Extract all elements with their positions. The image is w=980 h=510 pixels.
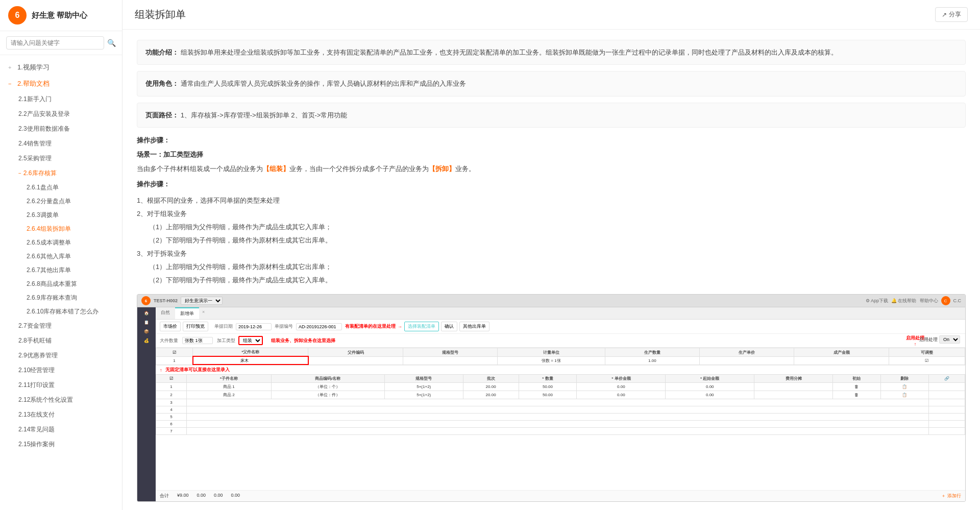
sidebar-item-cost-adjust[interactable]: 2.6.5成本调整单 — [0, 236, 122, 250]
scene1-title: 场景一：加工类型选择 — [137, 150, 966, 159]
sidebar-item-coupon[interactable]: 2.9优惠券管理 — [0, 348, 122, 363]
path-block: 页面路径： 1、库存核算->库存管理->组装拆卸单 2、首页->常用功能 — [137, 103, 966, 128]
role-text: 通常由生产人员或库管人员完成拆装业务的操作，库管人员确认原材料的出库和产成品的入… — [181, 80, 466, 87]
mock-btn-confirm[interactable]: 确认 — [441, 322, 457, 331]
sidebar-item-sales[interactable]: 2.4销售管理 — [0, 136, 122, 151]
mock-child-table: ☑ *子件名称 商品编码/名称 规格型号 批次 * 数量 * 单价金额 * 起始… — [156, 374, 965, 435]
disassemble-keyword: 【拆卸】 — [429, 165, 455, 173]
mock-bottom-totals: 合计 ¥9.00 0.00 0.00 0.00 ＋ 添加行 — [156, 490, 965, 501]
path-text: 1、库存核算->库存管理->组装拆卸单 2、首页->常用功能 — [181, 111, 348, 119]
sidebar-item-ledger-fix[interactable]: 2.6.10库存账本错了怎么办 — [0, 305, 122, 319]
mock-type-label: 加工类型 — [217, 338, 235, 343]
th-parent-code: 父件编码 — [308, 348, 403, 357]
mock-user-avatar: C — [941, 296, 950, 305]
sidebar-item-other-out[interactable]: 2.6.7其他出库单 — [0, 263, 122, 277]
mock-date-input[interactable] — [236, 323, 272, 330]
steps-list: 1、根据不同的业务，选择不同单据的类型来处理 2、对于组装业务 （1）上部明细为… — [137, 194, 966, 287]
mock-nav-icon3: 📦 — [144, 328, 149, 335]
step3: 3、对于拆装业务 — [137, 247, 966, 260]
th-spec: 规格型号 — [403, 348, 497, 357]
total-v3: 0.00 — [231, 493, 240, 499]
sidebar: 6 好生意 帮助中心 🔍 + 1.视频学习 − 2.帮助文档 2.1新手入门 2… — [0, 0, 122, 510]
sidebar-item-mobile[interactable]: 2.8手机旺铺 — [0, 333, 122, 348]
sidebar-item-newbie[interactable]: 2.1新手入门 — [0, 92, 122, 107]
main-panel: 组装拆卸单 ↗ 分享 功能介绍： 组装拆卸单用来处理企业组装或拆卸等加工业务，支… — [122, 0, 980, 510]
sidebar-item-other-in[interactable]: 2.6.6其他入库单 — [0, 250, 122, 263]
arrow-icon-3: ↑ — [160, 368, 162, 373]
sidebar-nav: + 1.视频学习 − 2.帮助文档 2.1新手入门 2.2产品安装及登录 2.3… — [0, 55, 122, 510]
sidebar-item-ops-mgmt[interactable]: 2.10经营管理 — [0, 363, 122, 378]
ops-section: 操作步骤： 场景一：加工类型选择 当由多个子件材料组装成一个成品的业务为【组装】… — [137, 136, 966, 502]
mock-type-select[interactable]: 组装 拆卸 — [238, 336, 263, 345]
annotation-no-fixed-bom: 无固定清单可以直接在这里录入 — [165, 367, 230, 373]
sidebar-item-cost-recalc[interactable]: 2.6.8商品成本重算 — [0, 277, 122, 291]
role-block: 使用角色： 通常由生产人员或库管人员完成拆装业务的操作，库管人员确认原材料的出库… — [137, 71, 966, 96]
main-header: 组装拆卸单 ↗ 分享 — [122, 0, 980, 30]
share-button[interactable]: ↗ 分享 — [935, 7, 968, 22]
func-intro-block: 功能介绍： 组装拆卸单用来处理企业组装或拆卸等加工业务，支持有固定装配清单的产品… — [137, 40, 966, 65]
sidebar-item-dataprep[interactable]: 2.3使用前数据准备 — [0, 122, 122, 136]
total-v2: 0.00 — [214, 493, 223, 499]
sidebar-item-faq[interactable]: 2.14常见问题 — [0, 422, 122, 437]
chevron-right-icon: + — [8, 64, 14, 70]
app-title: 好生意 帮助中心 — [32, 11, 87, 20]
search-icon[interactable]: 🔍 — [107, 39, 116, 47]
mock-qty-label: 大件数量 — [160, 337, 178, 344]
page-title: 组装拆卸单 — [135, 8, 186, 21]
sidebar-item-assemble[interactable]: 2.6.4组装拆卸单 — [0, 222, 122, 236]
mock-qty-input[interactable] — [182, 337, 213, 344]
mock-parent-name-input[interactable] — [240, 358, 261, 363]
search-input[interactable] — [6, 36, 104, 50]
sidebar-item-install[interactable]: 2.2产品安装及登录 — [0, 107, 122, 122]
sidebar-item-inventory[interactable]: − 2.6库存核算 — [0, 166, 122, 181]
step2-sub: （1）上部明细为父件明细，最终作为产成品生成其它入库单； （2）下部明细为子件明… — [137, 221, 966, 247]
sidebar-item-partial-stocktake[interactable]: 2.6.2分量盘点单 — [0, 195, 122, 208]
mock-enable-label: 启用处理 — [919, 336, 938, 343]
mock-company-select[interactable]: 好生意演示一 — [181, 297, 223, 305]
mock-nav-icon1: 🏠 — [144, 309, 149, 317]
arrow-icon-1: → — [398, 324, 402, 329]
path-label: 页面路径： — [145, 111, 179, 119]
sidebar-item-stocktake[interactable]: 2.6.1盘点单 — [0, 181, 122, 195]
sidebar-item-purchase[interactable]: 2.5采购管理 — [0, 151, 122, 166]
mock-btn-print[interactable]: 打印预览 — [183, 322, 208, 331]
step2-sub2: （2）下部明细为子件明细，最终作为原材料生成其它出库单。 — [149, 234, 966, 247]
mock-enable-select[interactable]: On Off — [939, 335, 960, 344]
step1: 1、根据不同的业务，选择不同单据的类型来处理 — [137, 194, 966, 207]
mock-btn-bom[interactable]: 选择装配清单 — [404, 322, 439, 331]
mock-add-row-btn[interactable]: ＋ 添加行 — [941, 493, 961, 499]
table-row: 5 — [156, 414, 965, 421]
annotation-type: 组装业务、拆卸业务在这里选择 — [271, 337, 335, 344]
table-row: 7 — [156, 428, 965, 435]
sidebar-header: 6 好生意 帮助中心 — [0, 0, 122, 31]
step2-sub1: （1）上部明细为父件明细，最终作为产成品生成其它入库单； — [149, 221, 966, 234]
sidebar-item-videos[interactable]: + 1.视频学习 — [0, 59, 122, 76]
th-parent-name: *父件名称 — [193, 348, 308, 357]
mock-nav-icon4: 💰 — [144, 337, 149, 345]
sidebar-item-helpdoc[interactable]: − 2.帮助文档 — [0, 76, 122, 92]
sidebar-item-payment[interactable]: 2.13在线支付 — [0, 407, 122, 422]
sidebar-item-transfer[interactable]: 2.6.3调拨单 — [0, 208, 122, 222]
sidebar-item-ledger-query[interactable]: 2.6.9库存账本查询 — [0, 291, 122, 305]
th-qty: 生产数量 — [605, 348, 699, 357]
sidebar-item-finance[interactable]: 2.7资金管理 — [0, 319, 122, 333]
table-row: 3 — [156, 399, 965, 406]
step2: 2、对于组装业务 — [137, 207, 966, 221]
mock-tab-new[interactable]: 新增单 — [175, 307, 199, 319]
screenshot-mock: 6 TEST-H002 好生意演示一 ⚙ App下载 🔔 在线帮助 帮助中心 C… — [137, 294, 966, 502]
parent-name-cell[interactable] — [193, 356, 308, 365]
step3-sub2: （2）下部明细为子件明细，最终作为产成品生成其它入库单。 — [149, 274, 966, 287]
func-intro-text: 组装拆卸单用来处理企业组装或拆卸等加工业务，支持有固定装配清单的产品加工业务，也… — [181, 48, 838, 56]
mock-docno-input[interactable] — [296, 323, 342, 330]
mock-btn-save[interactable]: 市场价 — [160, 322, 181, 331]
mock-tab-home[interactable]: 自然 — [156, 307, 175, 319]
mock-tab-close[interactable]: × — [199, 307, 208, 319]
sidebar-item-cases[interactable]: 2.15操作案例 — [0, 437, 122, 452]
mock-btn-cancel[interactable]: 其他出库单 — [459, 322, 489, 331]
sidebar-item-personalize[interactable]: 2.12系统个性化设置 — [0, 393, 122, 407]
mock-date-label: 单据日期 — [214, 323, 233, 330]
ops-steps-title: 操作步骤： — [137, 180, 966, 189]
func-intro-label: 功能介绍： — [145, 48, 179, 56]
sidebar-item-print[interactable]: 2.11打印设置 — [0, 378, 122, 393]
chevron-down-icon: − — [18, 171, 21, 176]
